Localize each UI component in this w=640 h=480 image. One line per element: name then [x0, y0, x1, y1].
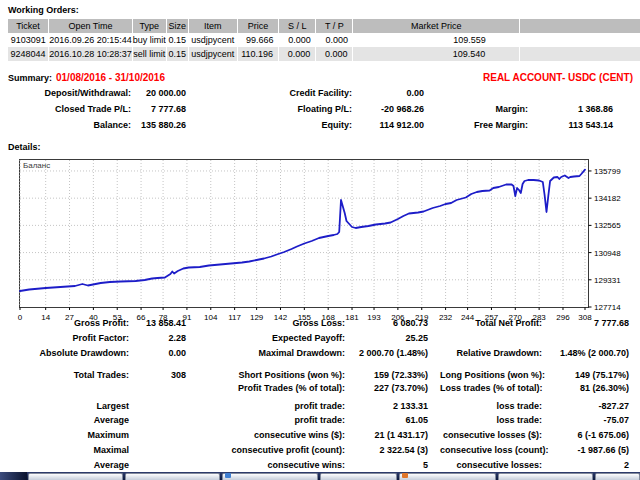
y-axis-label: 127714 [594, 303, 621, 312]
details-label: Long Positions (won %): [440, 369, 542, 381]
details-value: 21 (1 431.17) [347, 429, 428, 441]
taskbar-button[interactable] [28, 473, 123, 480]
details-value: -827.27 [544, 400, 629, 412]
details-value: 5 [347, 459, 428, 471]
mt4-statement-page: Working Orders: TicketOpen TimeTypeSizeI… [0, 0, 640, 480]
details-value: 0.00 [131, 347, 186, 359]
details-label: Expected Payoff: [200, 332, 345, 344]
y-axis-label: 132565 [594, 221, 621, 230]
details-value: -1 987.66 (5) [544, 444, 629, 456]
details-label: Average [0, 414, 129, 426]
balance-chart: 1357991341821325651309481293311277140142… [0, 0, 640, 330]
details-label: Maximum [0, 429, 129, 441]
details-value: 7 777.68 [544, 317, 629, 329]
y-axis-label: 134182 [594, 194, 621, 203]
details-label: Profit Trades (% of total): [200, 382, 345, 394]
details-value: 2 [544, 459, 629, 471]
details-label: profit trade: [200, 414, 345, 426]
details-value: 61.05 [347, 414, 428, 426]
details-label: Short Positions (won %): [200, 369, 345, 381]
details-row: Absolute Drawdown:0.00Maximal Drawdown:2… [0, 347, 640, 359]
details-label: Gross Profit: [0, 317, 129, 329]
details-value: 2 000.70 (1.48%) [347, 347, 428, 359]
details-label: consecutive wins ($): [200, 429, 345, 441]
details-row: Profit Trades (% of total):227 (73.70%)L… [0, 382, 640, 394]
details-label: consecutive loss (count): [440, 444, 542, 456]
details-row: Averageprofit trade:61.05loss trade:-75.… [0, 414, 640, 426]
details-value: 227 (73.70%) [347, 382, 428, 394]
details-row: Averageconsecutive wins:5consecutive los… [0, 459, 640, 471]
details-value: -75.07 [544, 414, 629, 426]
details-label: Absolute Drawdown: [0, 347, 129, 359]
details-value: 159 (72.33%) [347, 369, 428, 381]
details-label: Maximal [0, 444, 129, 456]
details-value: 25.25 [347, 332, 428, 344]
details-value: 6 080.73 [347, 317, 428, 329]
details-row: Gross Profit:13 858.41Gross Loss:6 080.7… [0, 317, 640, 329]
details-label: Average [0, 459, 129, 471]
details-value: 2 322.54 (3) [347, 444, 428, 456]
details-row: Maximumconsecutive wins ($):21 (1 431.17… [0, 429, 640, 441]
details-value: 308 [131, 369, 186, 381]
details-label: Total Net Profit: [440, 317, 542, 329]
details-value: 2 133.31 [347, 400, 428, 412]
details-value: 1.48% (2 000.70) [544, 347, 629, 359]
chart-title: Баланс [23, 161, 50, 170]
start-button[interactable] [0, 472, 27, 480]
details-row: Total Trades:308Short Positions (won %):… [0, 369, 640, 381]
details-label: Total Trades: [0, 369, 129, 381]
taskbar [0, 472, 640, 480]
details-label: Relative Drawdown: [440, 347, 542, 359]
taskbar-button[interactable] [320, 473, 397, 480]
app-icon [402, 473, 408, 478]
details-label: loss trade: [440, 414, 542, 426]
details-label: Maximal Drawdown: [200, 347, 345, 359]
details-row: Largestprofit trade:2 133.31loss trade:-… [0, 400, 640, 412]
details-value: 149 (75.17%) [544, 369, 629, 381]
details-label: profit trade: [200, 400, 345, 412]
details-label: loss trade: [440, 400, 542, 412]
details-label: consecutive wins: [200, 459, 345, 471]
details-value: 6 (-1 675.06) [544, 429, 629, 441]
details-label: Gross Loss: [200, 317, 345, 329]
details-label: consecutive profit (count): [200, 444, 345, 456]
taskbar-button[interactable] [498, 473, 593, 480]
details-label: Profit Factor: [0, 332, 129, 344]
details-label: consecutive losses: [440, 459, 542, 471]
app-icon [225, 473, 231, 478]
taskbar-button[interactable] [125, 473, 220, 480]
details-label: Loss trades (% of total): [440, 382, 542, 394]
y-axis-label: 135799 [594, 167, 621, 176]
taskbar-button[interactable] [595, 473, 640, 480]
details-label: Largest [0, 400, 129, 412]
taskbar-button[interactable] [222, 473, 318, 480]
details-value: 13 858.41 [131, 317, 186, 329]
details-value: 81 (26.30%) [544, 382, 629, 394]
details-row: Profit Factor:2.28Expected Payoff:25.25 [0, 332, 640, 344]
details-label: consecutive losses ($): [440, 429, 542, 441]
taskbar-button[interactable] [399, 473, 496, 480]
y-axis-label: 129331 [594, 276, 621, 285]
details-value: 2.28 [131, 332, 186, 344]
y-axis-label: 130948 [594, 249, 621, 258]
details-row: Maximalconsecutive profit (count):2 322.… [0, 444, 640, 456]
